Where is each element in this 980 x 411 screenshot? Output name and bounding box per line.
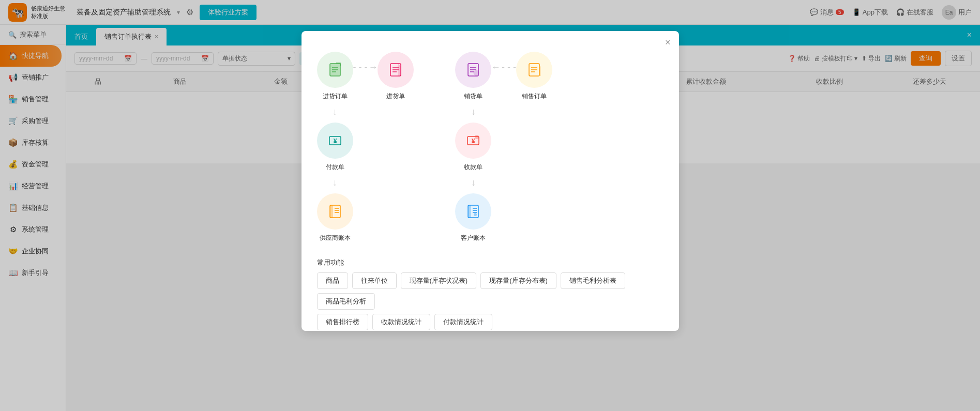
svg-rect-8 — [330, 205, 333, 218]
flow-node-supplier-ledger[interactable]: 供应商账本 — [317, 193, 353, 242]
func-buttons-row2: 销售排行榜 收款情况统计 付款情况统计 — [317, 314, 664, 330]
receipt-icon: ¥ — [465, 132, 481, 149]
svg-text:¥: ¥ — [333, 138, 337, 145]
left-flow-column: 进货订单 ↓ ¥ 付款单 ↓ — [317, 52, 353, 242]
modal-close-button[interactable]: × — [665, 37, 671, 48]
svg-text:¥: ¥ — [472, 138, 475, 145]
payment-circle: ¥ — [317, 123, 353, 159]
sales-bill-icon — [465, 62, 481, 78]
func-btn-receipt-stats[interactable]: 收款情况统计 — [372, 314, 430, 330]
purchase-order-circle — [317, 52, 353, 88]
flow-node-receipt[interactable]: ¥ 收款单 — [455, 123, 491, 172]
flow-node-sales-bill[interactable]: 销货单 — [455, 52, 491, 101]
customer-ledger-circle — [455, 193, 491, 230]
supplier-ledger-label: 供应商账本 — [320, 234, 351, 242]
func-buttons: 商品 往来单位 现存量(库存状况表) 现存量(库存分布表) 销售毛利分析表 商品… — [317, 272, 664, 310]
sales-order-column: 销售订单 — [516, 52, 552, 101]
flow-node-payment[interactable]: ¥ 付款单 — [317, 123, 353, 172]
sales-order-circle — [516, 52, 552, 88]
customer-ledger-label: 客户账本 — [461, 234, 486, 242]
flow-node-sales-order[interactable]: 销售订单 — [516, 52, 552, 101]
svg-point-29 — [474, 213, 477, 216]
arrow-down-1: ↓ — [333, 107, 337, 116]
func-btn-stock-status[interactable]: 现存量(库存状况表) — [401, 272, 477, 289]
func-btn-sales-rank[interactable]: 销售排行榜 — [317, 314, 368, 330]
payment-icon: ¥ — [327, 132, 343, 149]
sales-bill-circle — [455, 52, 491, 88]
modal: × 进货订单 — [301, 31, 679, 331]
func-btn-payment-stats[interactable]: 付款情况统计 — [434, 314, 492, 330]
func-btn-product[interactable]: 商品 — [317, 272, 348, 289]
arrow-right-1: - - -→ — [353, 62, 378, 73]
sales-bill-label: 销货单 — [464, 92, 483, 101]
sales-order-label: 销售订单 — [522, 92, 547, 101]
sales-order-icon — [526, 62, 542, 78]
svg-rect-25 — [468, 205, 471, 218]
common-functions: 常用功能 商品 往来单位 现存量(库存状况表) 现存量(库存分布表) 销售毛利分… — [317, 258, 664, 330]
supplier-ledger-circle — [317, 193, 353, 230]
arrow-right-2: - - -→ — [491, 62, 516, 73]
func-btn-sales-profit[interactable]: 销售毛利分析表 — [561, 272, 625, 289]
func-btn-product-profit[interactable]: 商品毛利分析 — [317, 293, 375, 310]
flow-node-purchase-order[interactable]: 进货订单 — [317, 52, 353, 101]
purchase-bill-circle — [378, 52, 414, 88]
purchase-order-label: 进货订单 — [323, 92, 348, 101]
purchase-bill-label: 进货单 — [386, 92, 405, 101]
sales-bill-column: 销货单 ↓ ¥ 收款单 ↓ — [455, 52, 491, 242]
flow-diagram: 进货订单 ↓ ¥ 付款单 ↓ — [317, 47, 664, 253]
supplier-ledger-icon — [327, 203, 343, 220]
func-btn-partner[interactable]: 往来单位 — [352, 272, 397, 289]
common-functions-title: 常用功能 — [317, 258, 664, 267]
arrow-down-3: ↓ — [471, 107, 476, 116]
purchase-bill-column: 进货单 — [378, 52, 414, 101]
arrow-down-4: ↓ — [471, 178, 476, 187]
receipt-label: 收款单 — [464, 163, 483, 172]
flow-node-customer-ledger[interactable]: 客户账本 — [455, 193, 491, 242]
svg-point-20 — [474, 70, 479, 75]
modal-overlay[interactable]: × 进货订单 — [0, 0, 980, 411]
customer-ledger-icon — [465, 203, 481, 220]
receipt-circle: ¥ — [455, 123, 491, 159]
purchase-bill-icon — [387, 62, 404, 78]
func-btn-stock-dist[interactable]: 现存量(库存分布表) — [480, 272, 556, 289]
purchase-order-icon — [327, 62, 343, 78]
flow-node-purchase-bill[interactable]: 进货单 — [378, 52, 414, 101]
svg-point-23 — [475, 135, 479, 139]
payment-label: 付款单 — [326, 163, 344, 172]
arrow-down-2: ↓ — [333, 178, 337, 187]
